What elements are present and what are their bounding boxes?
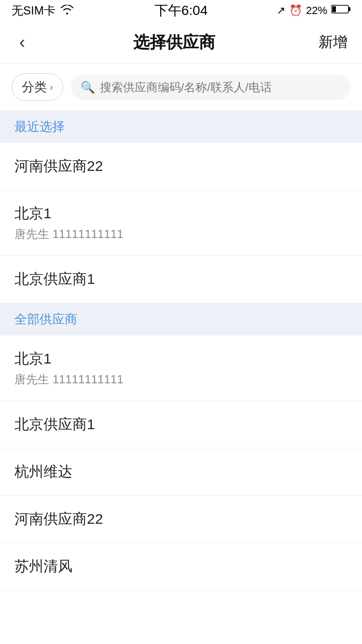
- item-name: 河南供应商22: [14, 156, 348, 176]
- all-list-item[interactable]: 杭州维达: [0, 448, 362, 496]
- chevron-right-icon: ›: [50, 82, 53, 93]
- search-input[interactable]: [100, 81, 341, 94]
- all-section-header: 全部供应商: [0, 303, 362, 336]
- filter-bar: 分类 › 🔍: [0, 64, 362, 111]
- status-time: 下午6:04: [154, 1, 208, 20]
- search-icon: 🔍: [81, 81, 95, 94]
- carrier-label: 无SIM卡: [12, 3, 56, 18]
- battery-label: 22%: [306, 4, 327, 17]
- nav-bar: ‹ 选择供应商 新增: [0, 21, 362, 64]
- item-name: 苏州清风: [14, 557, 348, 576]
- item-sub: 唐先生 11111111111: [14, 226, 348, 242]
- svg-rect-1: [348, 7, 350, 11]
- all-items-list: 北京1 唐先生 11111111111 北京供应商1 杭州维达 河南供应商22 …: [0, 336, 362, 590]
- location-icon: ↗: [277, 4, 285, 17]
- item-name: 杭州维达: [14, 462, 348, 482]
- svg-rect-2: [332, 6, 336, 12]
- item-name: 北京供应商1: [14, 269, 348, 289]
- wifi-icon: [60, 4, 74, 17]
- all-list-item[interactable]: 河南供应商22: [0, 496, 362, 543]
- item-sub: 唐先生 11111111111: [14, 372, 348, 387]
- add-button[interactable]: 新增: [319, 32, 348, 52]
- category-button[interactable]: 分类 ›: [12, 73, 63, 101]
- item-name: 北京1: [14, 349, 348, 369]
- all-section-label: 全部供应商: [14, 312, 77, 326]
- back-button[interactable]: ‹: [14, 28, 30, 57]
- recent-section-header: 最近选择: [0, 111, 362, 143]
- all-list-item[interactable]: 北京供应商1: [0, 401, 362, 448]
- item-name: 北京供应商1: [14, 415, 348, 434]
- all-list-item[interactable]: 苏州清风: [0, 543, 362, 590]
- status-left: 无SIM卡: [12, 3, 74, 18]
- item-name: 北京1: [14, 204, 348, 224]
- recent-list-item[interactable]: 北京1 唐先生 11111111111: [0, 190, 362, 256]
- recent-items-list: 河南供应商22 北京1 唐先生 11111111111 北京供应商1: [0, 143, 362, 303]
- recent-section-label: 最近选择: [14, 119, 65, 134]
- search-box: 🔍: [71, 75, 350, 100]
- item-name: 河南供应商22: [14, 509, 348, 529]
- all-list-item[interactable]: 北京1 唐先生 11111111111: [0, 336, 362, 401]
- status-right: ↗ ⏰ 22%: [277, 4, 350, 17]
- alarm-icon: ⏰: [289, 4, 302, 17]
- recent-list-item[interactable]: 北京供应商1: [0, 256, 362, 303]
- category-label: 分类: [22, 79, 47, 96]
- recent-list-item[interactable]: 河南供应商22: [0, 143, 362, 190]
- page-title: 选择供应商: [133, 31, 215, 54]
- status-bar: 无SIM卡 下午6:04 ↗ ⏰ 22%: [0, 0, 362, 21]
- battery-icon: [331, 4, 350, 17]
